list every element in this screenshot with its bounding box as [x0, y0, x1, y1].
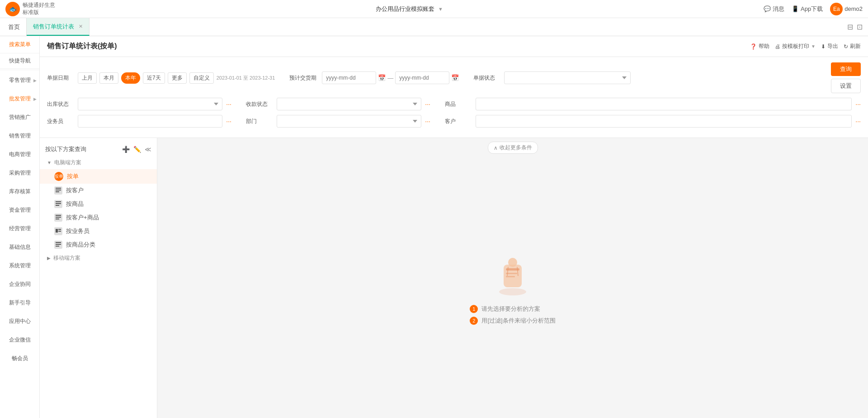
window-maximize-button[interactable]: ⊡	[857, 23, 863, 31]
calendar-icon-2[interactable]: 📅	[451, 74, 459, 81]
calendar-icon-1[interactable]: 📅	[378, 74, 386, 81]
add-scheme-button[interactable]: ➕	[122, 146, 130, 153]
expected-delivery-start[interactable]	[322, 71, 376, 84]
collapse-button[interactable]: ∧ 收起更多条件	[488, 142, 538, 154]
expected-delivery-group: 📅 — 📅	[322, 71, 459, 84]
sidebar-item-enterprise[interactable]: 企业协同	[0, 275, 39, 294]
tab-sales-stats[interactable]: 销售订单统计表 ✕	[27, 18, 90, 36]
sidebar-item-retail[interactable]: 零售管理	[0, 71, 39, 90]
shipment-status-select[interactable]	[78, 98, 222, 110]
tab-close-button[interactable]: ✕	[79, 24, 83, 29]
svg-point-20	[508, 258, 517, 267]
order-status-select[interactable]	[504, 71, 631, 84]
sidebar-item-member[interactable]: 畅会员	[0, 349, 39, 368]
sidebar-item-purchase[interactable]: 采购管理	[0, 164, 39, 182]
scheme-by-product[interactable]: 按商品	[40, 197, 157, 211]
left-panel-container: 按以下方案查询 ➕ ✏️ ≪ ▼ 电脑端方案 按单 按单	[40, 138, 868, 418]
empty-hint-1: 1 请先选择要分析的方案	[470, 305, 555, 313]
page-header-actions: ❓ 帮助 🖨 按模板打印 ▼ ⬇ 导出 ↻ 刷新	[750, 43, 861, 56]
payment-status-select[interactable]	[277, 98, 421, 110]
scheme-by-customer[interactable]: 按客户	[40, 184, 157, 197]
right-content: ∧ 收起更多条件	[157, 138, 868, 418]
last-month-btn[interactable]: 上月	[78, 72, 97, 84]
sidebar-item-inventory[interactable]: 库存核算	[0, 182, 39, 201]
print-button[interactable]: 🖨 按模板打印 ▼	[775, 43, 816, 50]
scheme-by-order-icon: 按单	[54, 172, 63, 181]
scheme-by-customer-product[interactable]: 按客户+商品	[40, 211, 157, 224]
refresh-button[interactable]: ↻ 刷新	[844, 43, 861, 50]
sidebar-item-operations[interactable]: 经营管理	[0, 219, 39, 238]
breadcrumb-text: 办公用品行业模拟账套	[376, 5, 434, 13]
date-range-text: 2023-01-01 至 2023-12-31	[217, 75, 275, 81]
empty-hints: 1 请先选择要分析的方案 2 用[过滤]条件来缩小分析范围	[470, 305, 555, 325]
collapse-icon: ∧	[494, 145, 498, 151]
main-layout: 搜索菜单 快捷导航 零售管理 批发管理 营销推广 销售管理 电商管理 采购管理 …	[0, 36, 868, 418]
tab-right-actions: ⊟ ⊡	[844, 18, 866, 36]
sidebar-item-ecommerce[interactable]: 电商管理	[0, 145, 39, 164]
sidebar-search[interactable]: 搜索菜单	[0, 36, 39, 53]
scheme-by-product-icon	[54, 200, 62, 208]
expected-delivery-end[interactable]	[395, 71, 449, 84]
filter-panel: 单据日期 上月 本月 本年 近7天 更多 自定义 2023-01-01 至 20…	[40, 57, 868, 138]
custom-btn[interactable]: 自定义	[189, 72, 214, 84]
sidebar-item-wechat[interactable]: 企业微信	[0, 331, 39, 349]
shipment-dots-icon: ···	[226, 100, 231, 108]
customer-input[interactable]	[476, 115, 852, 128]
sidebar-item-appstore[interactable]: 应用中心	[0, 312, 39, 331]
svg-rect-5	[56, 205, 59, 206]
sidebar-item-wholesale[interactable]: 批发管理	[0, 90, 39, 108]
this-month-btn[interactable]: 本月	[99, 72, 118, 84]
export-button[interactable]: ⬇ 导出	[821, 43, 838, 50]
sidebar-item-newbie[interactable]: 新手引导	[0, 294, 39, 312]
topbar-left: 🐟 畅捷通好生意 标准版	[5, 2, 55, 16]
svg-rect-13	[56, 244, 61, 245]
sidebar-item-sales[interactable]: 销售管理	[0, 127, 39, 145]
salesperson-label: 业务员	[47, 118, 72, 125]
user-menu[interactable]: Ea demo2	[830, 3, 863, 15]
print-dropdown-icon: ▼	[811, 44, 816, 49]
app-download-button[interactable]: 📱 App下载	[792, 5, 823, 13]
svg-rect-3	[56, 201, 61, 202]
sidebar-item-basic[interactable]: 基础信息	[0, 238, 39, 256]
collapse-panel-button[interactable]: ≪	[145, 146, 151, 153]
window-minimize-button[interactable]: ⊟	[847, 23, 853, 31]
sidebar-item-system[interactable]: 系统管理	[0, 256, 39, 275]
help-button[interactable]: ❓ 帮助	[750, 43, 769, 50]
left-panel: 按以下方案查询 ➕ ✏️ ≪ ▼ 电脑端方案 按单 按单	[40, 138, 157, 418]
logo-icon: 🐟	[5, 2, 20, 16]
department-select[interactable]	[277, 115, 421, 128]
expected-delivery-label: 预计交货期	[289, 74, 316, 82]
sidebar-item-finance[interactable]: 资金管理	[0, 201, 39, 219]
this-year-btn[interactable]: 本年	[121, 72, 140, 84]
breadcrumb[interactable]: 办公用品行业模拟账套 ▼	[376, 5, 443, 13]
edit-scheme-button[interactable]: ✏️	[133, 146, 141, 153]
topbar: 🐟 畅捷通好生意 标准版 办公用品行业模拟账套 ▼ 💬 消息 📱 App下载 E…	[0, 0, 868, 18]
scheme-by-customer-icon	[54, 186, 62, 195]
query-button[interactable]: 查询	[831, 62, 861, 76]
date-filter-group: 上月 本月 本年 近7天 更多 自定义 2023-01-01 至 2023-12…	[78, 72, 275, 84]
last7-btn[interactable]: 近7天	[143, 72, 165, 84]
scheme-by-salesperson[interactable]: 按业务员	[40, 224, 157, 238]
message-button[interactable]: 💬 消息	[764, 5, 784, 13]
scheme-by-customer-product-icon	[54, 214, 62, 222]
salesperson-input[interactable]	[78, 115, 222, 128]
tabbar: 首页 销售订单统计表 ✕ ⊟ ⊡	[0, 18, 868, 36]
collapse-bar: ∧ 收起更多条件	[157, 138, 868, 157]
department-dots-icon: ···	[425, 118, 430, 125]
sidebar-quicknav[interactable]: 快捷导航	[0, 53, 39, 69]
tree-section-arrow: ▼	[47, 160, 52, 165]
payment-status-label: 收款状态	[246, 100, 271, 108]
scheme-by-product-category[interactable]: 按商品分类	[40, 238, 157, 252]
logo-text: 畅捷通好生意 标准版	[23, 2, 55, 16]
sidebar-item-marketing[interactable]: 营销推广	[0, 108, 39, 127]
tab-home[interactable]: 首页	[2, 18, 27, 36]
svg-rect-4	[56, 203, 61, 204]
page-title: 销售订单统计表(按单)	[47, 42, 117, 57]
filter-row-1: 单据日期 上月 本月 本年 近7天 更多 自定义 2023-01-01 至 20…	[47, 62, 861, 93]
print-icon: 🖨	[775, 43, 780, 50]
settings-button[interactable]: 设置	[831, 79, 861, 93]
scheme-by-order[interactable]: 按单 按单	[40, 169, 157, 184]
svg-rect-11	[58, 231, 61, 232]
product-input[interactable]	[476, 98, 852, 110]
more-btn[interactable]: 更多	[168, 72, 187, 84]
